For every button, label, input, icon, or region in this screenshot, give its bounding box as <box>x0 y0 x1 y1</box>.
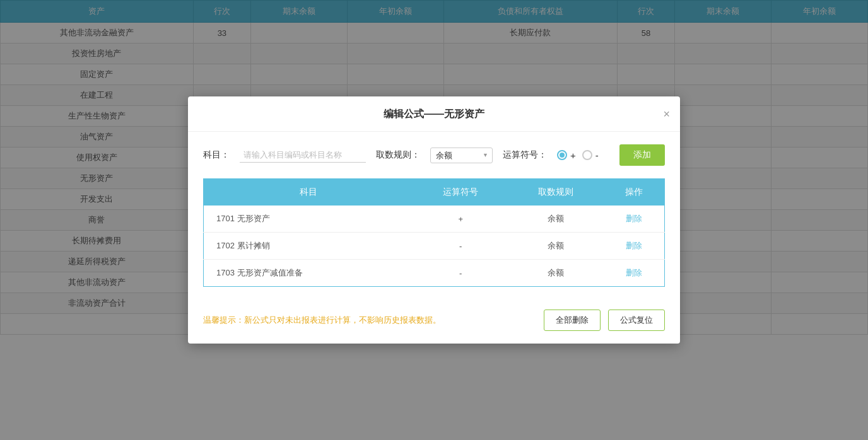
reset-formula-button[interactable]: 公式复位 <box>608 310 665 331</box>
col-subject-header: 科目 <box>204 179 413 206</box>
modal-title: 编辑公式——无形资产 <box>384 108 484 119</box>
modal-overlay: 编辑公式——无形资产 × 科目： 取数规则： 余额 借方发生额 贷方发生额 净发… <box>0 0 868 440</box>
formula-rule-cell: 余额 <box>508 233 604 260</box>
modal-dialog: 编辑公式——无形资产 × 科目： 取数规则： 余额 借方发生额 贷方发生额 净发… <box>188 96 680 344</box>
formula-action-cell: 删除 <box>604 206 665 233</box>
operator-plus-circle <box>557 150 567 160</box>
col-action-header: 操作 <box>604 179 665 206</box>
formula-operator-cell: - <box>413 260 508 287</box>
modal-footer: 温馨提示：新公式只对未出报表进行计算，不影响历史报表数据。 全部删除 公式复位 <box>188 299 680 344</box>
formula-action-cell: 删除 <box>604 233 665 260</box>
operator-radio-group: + - <box>557 150 599 161</box>
form-row: 科目： 取数规则： 余额 借方发生额 贷方发生额 净发生额 运算符号： + <box>203 144 665 166</box>
subject-input[interactable] <box>240 148 366 163</box>
formula-row: 1701 无形资产+余额删除 <box>204 206 665 233</box>
formula-rule-cell: 余额 <box>508 206 604 233</box>
formula-action-cell: 删除 <box>604 260 665 287</box>
rule-select-wrapper: 余额 借方发生额 贷方发生额 净发生额 <box>430 148 493 163</box>
formula-row: 1703 无形资产减值准备-余额删除 <box>204 260 665 287</box>
formula-operator-cell: + <box>413 206 508 233</box>
add-button[interactable]: 添加 <box>619 144 665 166</box>
formula-subject-cell: 1702 累计摊销 <box>204 233 413 260</box>
formula-row: 1702 累计摊销-余额删除 <box>204 233 665 260</box>
col-rule-header: 取数规则 <box>508 179 604 206</box>
col-operator-header: 运算符号 <box>413 179 508 206</box>
operator-plus-label: + <box>570 150 576 161</box>
formula-subject-cell: 1703 无形资产减值准备 <box>204 260 413 287</box>
rule-label: 取数规则： <box>376 149 420 161</box>
modal-close-button[interactable]: × <box>663 108 670 120</box>
operator-plus-radio[interactable]: + <box>557 150 576 161</box>
formula-rule-cell: 余额 <box>508 260 604 287</box>
formula-table: 科目 运算符号 取数规则 操作 1701 无形资产+余额删除1702 累计摊销-… <box>203 178 665 287</box>
subject-label: 科目： <box>203 149 230 161</box>
delete-row-button[interactable]: 删除 <box>626 241 642 250</box>
formula-subject-cell: 1701 无形资产 <box>204 206 413 233</box>
formula-operator-cell: - <box>413 233 508 260</box>
footer-tip: 温馨提示：新公式只对未出报表进行计算，不影响历史报表数据。 <box>203 315 441 326</box>
operator-minus-label: - <box>595 150 599 161</box>
footer-buttons: 全部删除 公式复位 <box>544 310 665 331</box>
operator-label: 运算符号： <box>503 149 547 161</box>
operator-minus-circle <box>582 150 592 160</box>
delete-row-button[interactable]: 删除 <box>626 214 642 223</box>
operator-minus-radio[interactable]: - <box>582 150 599 161</box>
modal-header: 编辑公式——无形资产 × <box>188 96 680 132</box>
modal-body: 科目： 取数规则： 余额 借方发生额 贷方发生额 净发生额 运算符号： + <box>188 132 680 299</box>
delete-all-button[interactable]: 全部删除 <box>544 310 601 331</box>
rule-select[interactable]: 余额 借方发生额 贷方发生额 净发生额 <box>430 148 493 163</box>
delete-row-button[interactable]: 删除 <box>626 268 642 277</box>
